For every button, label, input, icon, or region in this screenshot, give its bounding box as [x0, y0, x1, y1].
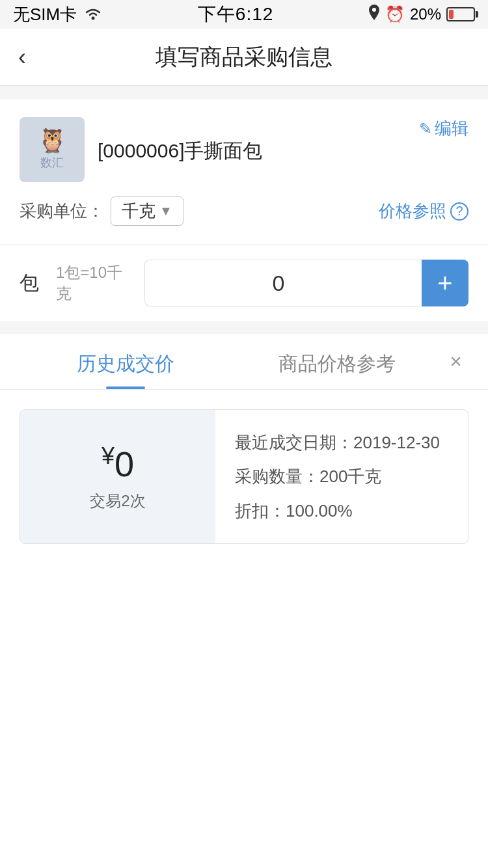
- bottom-area: [0, 563, 488, 868]
- product-left: 🦉 数汇 [0000006]手撕面包: [20, 117, 262, 182]
- recent-date-label: 最近成交日期：: [235, 433, 353, 452]
- status-time: 下午6:12: [198, 2, 274, 27]
- edit-button[interactable]: ✎ 编辑: [419, 117, 468, 140]
- history-detail-panel: 最近成交日期：2019-12-30 采购数量：200千克 折扣：100.00%: [215, 410, 468, 543]
- quantity-input-wrap: +: [144, 260, 468, 306]
- status-right: ⏰ 20%: [368, 5, 475, 24]
- product-name: [0000006]手撕面包: [98, 138, 262, 165]
- tabs-header: 历史成交价 商品价格参考 ×: [0, 334, 488, 390]
- back-button[interactable]: ‹: [18, 44, 26, 71]
- recent-date-row: 最近成交日期：2019-12-30: [235, 431, 448, 454]
- discount-value: 100.00%: [286, 501, 353, 521]
- history-trade-count: 交易2次: [90, 491, 145, 511]
- help-icon: ?: [450, 202, 468, 221]
- purchase-qty-value: 200千克: [319, 467, 381, 486]
- history-card: ¥0 交易2次 最近成交日期：2019-12-30 采购数量：200千克 折扣：…: [20, 409, 468, 544]
- discount-row: 折扣：100.00%: [235, 499, 448, 522]
- tab-product-price-reference[interactable]: 商品价格参考: [232, 334, 444, 389]
- tabs-panel: 历史成交价 商品价格参考 × ¥0 交易2次 最近成交日期：2019-12-30…: [0, 334, 488, 563]
- unit-label: 采购单位：: [20, 200, 104, 223]
- status-bar: 无SIM卡 下午6:12 ⏰ 20%: [0, 0, 488, 29]
- location-icon: [368, 5, 380, 24]
- battery-percent: 20%: [410, 5, 441, 23]
- history-price-panel: ¥0 交易2次: [20, 410, 215, 543]
- product-card: 🦉 数汇 [0000006]手撕面包 ✎ 编辑 采购单位： 千克 ▼ 价格参照 …: [0, 99, 488, 244]
- purchase-unit-row: 采购单位： 千克 ▼ 价格参照 ?: [20, 197, 468, 226]
- tabs-close-button[interactable]: ×: [443, 343, 468, 380]
- price-reference-button[interactable]: 价格参照 ?: [379, 200, 468, 223]
- nav-bar: ‹ 填写商品采购信息: [0, 29, 488, 86]
- product-logo: 🦉: [38, 129, 67, 152]
- unit-value: 千克: [122, 200, 156, 223]
- product-top: 🦉 数汇 [0000006]手撕面包 ✎ 编辑: [20, 117, 468, 182]
- unit-selector-wrap: 采购单位： 千克 ▼: [20, 197, 183, 226]
- alarm-icon: ⏰: [385, 5, 405, 23]
- purchase-qty-label: 采购数量：: [235, 467, 319, 486]
- history-price-value: ¥0: [102, 442, 134, 484]
- product-logo-label: 数汇: [40, 155, 64, 170]
- yuan-symbol: ¥: [102, 442, 115, 469]
- svg-point-0: [92, 16, 95, 20]
- wifi-icon: [83, 5, 103, 25]
- network-label: 无SIM卡: [13, 3, 77, 26]
- quantity-plus-button[interactable]: +: [422, 260, 468, 306]
- recent-date-value: 2019-12-30: [353, 433, 440, 452]
- page-title: 填写商品采购信息: [156, 42, 332, 72]
- unit-conversion-label: 1包=10千克: [56, 262, 131, 304]
- quantity-unit-label: 包: [20, 270, 39, 297]
- unit-select-dropdown[interactable]: 千克 ▼: [111, 197, 183, 226]
- status-left: 无SIM卡: [13, 3, 103, 26]
- quantity-input[interactable]: [144, 260, 422, 306]
- product-name-wrap: [0000006]手撕面包: [98, 135, 262, 165]
- tab-content: ¥0 交易2次 最近成交日期：2019-12-30 采购数量：200千克 折扣：…: [0, 390, 488, 563]
- dropdown-arrow-icon: ▼: [159, 204, 172, 219]
- purchase-qty-row: 采购数量：200千克: [235, 465, 448, 488]
- tab-history-price[interactable]: 历史成交价: [20, 334, 232, 389]
- edit-icon: ✎: [419, 120, 432, 138]
- quantity-row: 包 1包=10千克 +: [0, 245, 488, 321]
- discount-label: 折扣：: [235, 501, 286, 521]
- product-image: 🦉 数汇: [20, 117, 85, 182]
- battery-icon: [446, 7, 475, 21]
- svg-point-1: [372, 8, 376, 12]
